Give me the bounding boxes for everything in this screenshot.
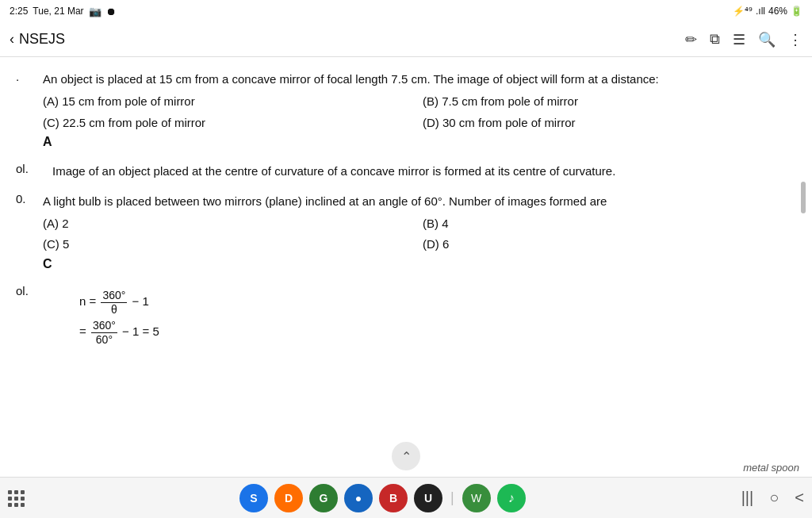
question-2-option-b: (B) 4	[423, 215, 796, 233]
signal-bars: .ıll	[756, 6, 765, 17]
more-icon[interactable]: ⋮	[788, 31, 802, 48]
separator: |	[450, 489, 454, 506]
fraction-1-numer: 360°	[101, 289, 127, 303]
question-1-row: . An object is placed at 15 cm from a co…	[16, 70, 796, 88]
dot-4	[8, 497, 12, 501]
formula-line-1: n = 360° θ − 1	[79, 289, 159, 317]
question-1-option-b: (B) 7.5 cm from pole of mirror	[423, 93, 796, 111]
question-2-answer: C	[43, 257, 796, 271]
question-2-block: 0. A light bulb is placed between two mi…	[16, 192, 796, 271]
fraction-2-denom: 60°	[94, 333, 114, 347]
app-icons-row: S D G ● B U | W ♪	[239, 484, 526, 512]
sim-icon: ⚡⁴⁹	[733, 6, 753, 17]
dot-2	[14, 490, 18, 494]
content-area: . An object is placed at 15 cm from a co…	[0, 57, 812, 477]
solution-1-row: ol. Image of an object placed at the cen…	[16, 162, 796, 180]
status-time: 2:25	[10, 6, 28, 17]
scroll-up-button[interactable]: ⌃	[392, 442, 420, 470]
edit-icon[interactable]: ✏	[685, 31, 697, 48]
home-button[interactable]: ○	[769, 489, 779, 507]
app-doubtnut[interactable]: D	[274, 484, 303, 512]
question-2-text: A light bulb is placed between two mirro…	[43, 192, 796, 210]
dot-9	[21, 503, 25, 507]
record-icon: ⏺	[106, 6, 117, 17]
status-date: Tue, 21 Mar	[33, 6, 83, 17]
app-gradeup[interactable]: G	[309, 484, 338, 512]
dot-8	[14, 503, 18, 507]
question-1-option-d: (D) 30 cm from pole of mirror	[423, 114, 796, 132]
menu-icon[interactable]: ☰	[733, 31, 745, 48]
question-1-number: .	[16, 70, 35, 88]
nav-left[interactable]: ‹ NSEJS	[10, 31, 65, 48]
solution-2-row: ol. n = 360° θ − 1 = 360° 60° − 1 = 5	[16, 284, 796, 350]
question-2-option-d: (D) 6	[423, 236, 796, 254]
camera-icon: 📷	[89, 6, 102, 17]
question-2-option-a: (A) 2	[43, 215, 416, 233]
app-byju[interactable]: B	[379, 484, 408, 512]
fraction-1-denom: θ	[109, 303, 119, 317]
formula-line-2: = 360° 60° − 1 = 5	[79, 319, 159, 347]
formula-block: n = 360° θ − 1 = 360° 60° − 1 = 5	[79, 289, 159, 350]
question-2-option-c: (C) 5	[43, 236, 416, 254]
formula-line-1-post: − 1	[132, 294, 149, 308]
question-2-row: 0. A light bulb is placed between two mi…	[16, 192, 796, 210]
battery-level: 46%	[768, 6, 787, 17]
app-samvid[interactable]: S	[239, 484, 268, 512]
solution-2-label: ol.	[16, 284, 44, 350]
solution-1-label: ol.	[16, 162, 44, 180]
battery-icon: 🔋	[791, 6, 802, 17]
app-whatsapp[interactable]: W	[462, 484, 491, 512]
scroll-indicator	[801, 182, 806, 213]
status-bar: 2:25 Tue, 21 Mar 📷 ⏺ ⚡⁴⁹ .ıll 46% 🔋	[0, 0, 812, 22]
dot-5	[14, 497, 18, 501]
bottom-nav-right: ||| ○ <	[741, 489, 804, 507]
question-1-answer: A	[43, 135, 796, 149]
formula-line-2-post: − 1 = 5	[122, 325, 159, 339]
dot-6	[21, 497, 25, 501]
app-unacademy[interactable]: U	[414, 484, 442, 512]
dot-3	[21, 490, 25, 494]
fraction-2-numer: 360°	[91, 319, 117, 333]
bottom-nav-left	[8, 490, 24, 506]
question-1-block: . An object is placed at 15 cm from a co…	[16, 70, 796, 149]
app-spotify[interactable]: ♪	[497, 484, 526, 512]
dot-7	[8, 503, 12, 507]
question-1-options: (A) 15 cm from pole of mirror (B) 7.5 cm…	[43, 93, 796, 132]
copy-icon[interactable]: ⧉	[710, 31, 720, 48]
recents-button[interactable]: |||	[741, 489, 754, 507]
app-unknown[interactable]: ●	[344, 484, 373, 512]
question-1-text: An object is placed at 15 cm from a conc…	[43, 70, 796, 88]
fraction-1: 360° θ	[101, 289, 127, 317]
status-left: 2:25 Tue, 21 Mar 📷 ⏺	[10, 6, 117, 17]
fraction-2: 360° 60°	[91, 319, 117, 347]
nav-right: ✏ ⧉ ☰ 🔍 ⋮	[685, 31, 802, 48]
status-right: ⚡⁴⁹ .ıll 46% 🔋	[733, 6, 802, 17]
bottom-hint-text: metal spoon	[743, 462, 799, 474]
solution-1-text: Image of an object placed at the centre …	[52, 162, 796, 180]
bottom-nav: S D G ● B U | W ♪ ||| ○ <	[0, 477, 812, 518]
question-1-option-a: (A) 15 cm from pole of mirror	[43, 93, 416, 111]
question-2-options: (A) 2 (B) 4 (C) 5 (D) 6	[43, 215, 796, 254]
nav-bar: ‹ NSEJS ✏ ⧉ ☰ 🔍 ⋮	[0, 22, 812, 57]
chevron-up-icon: ⌃	[401, 449, 412, 464]
back-button[interactable]: <	[795, 489, 804, 507]
search-icon[interactable]: 🔍	[758, 31, 776, 48]
apps-grid-icon[interactable]	[8, 490, 24, 506]
question-2-number: 0.	[16, 192, 35, 210]
question-1-option-c: (C) 22.5 cm from pole of mirror	[43, 114, 416, 132]
back-icon[interactable]: ‹	[10, 31, 14, 48]
page-title: NSEJS	[19, 31, 65, 48]
dot-1	[8, 490, 12, 494]
